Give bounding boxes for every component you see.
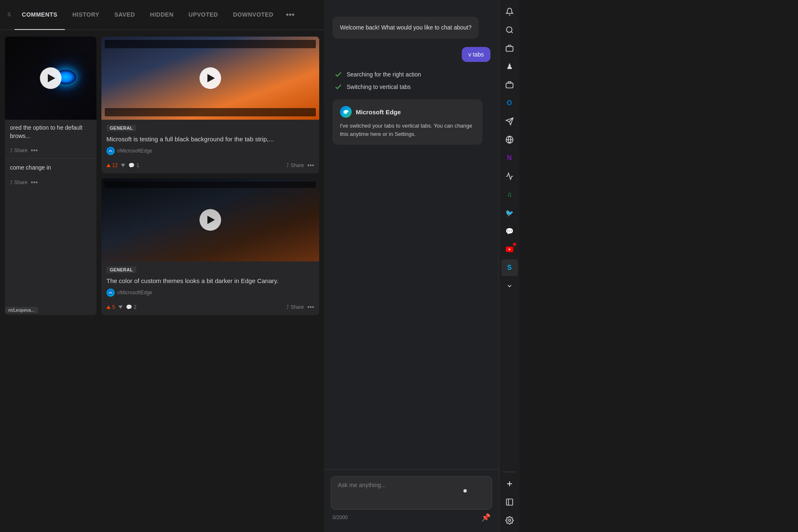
sidebar-twitter-icon[interactable]: 🐦 [501,204,518,221]
share-action[interactable]: ⤴ Share [10,148,27,153]
sidebar-spotify-icon[interactable]: ♫ [501,186,518,203]
tab-saved[interactable]: SAVED [107,0,143,30]
edge-logo-icon [340,106,352,118]
tab-hidden[interactable]: HIDDEN [143,0,181,30]
svg-rect-4 [506,47,513,52]
sidebar-search-icon[interactable] [501,22,518,38]
post-title-lower: come change in [10,164,91,172]
post-title-edge2: The color of custom themes looks a bit d… [106,276,314,285]
sidebar-add-icon[interactable] [501,475,518,492]
sidebar-divider [503,472,516,472]
more-action-lower[interactable]: ••• [31,179,38,186]
post-flair-edge1: GENERAL [106,125,136,131]
ai-welcome-bubble: Welcome back! What would you like to cha… [332,17,479,39]
more-action[interactable]: ••• [31,147,38,154]
posts-grid: ored the option to he default brows... ⤴… [0,30,324,322]
comment-count-edge1: 1 [136,163,139,168]
tab-s[interactable]: S [4,0,15,30]
chat-input-area: Ask me anything... 0/2000 📌 [324,469,499,532]
post-title-cat: ored the option to he default brows... [10,124,91,140]
tab-comments[interactable]: COMMENTS [15,0,65,30]
post-content-edge2: GENERAL The color of custom themes looks… [101,261,319,303]
sidebar-earth-icon[interactable] [501,131,518,148]
post-actions-edge1: 12 💬 1 ⤴ Share ••• [101,162,319,173]
user-message-text: v tabs [468,51,484,58]
post-flair-edge2: GENERAL [106,266,136,273]
chat-actions-list: Searching for the right action Switching… [332,70,490,91]
sidebar-onenote-icon[interactable]: N [501,150,518,166]
sidebar-briefcase-icon[interactable] [501,40,518,57]
sidebar-chevron-down-icon[interactable] [501,278,518,294]
check-icon-tabs [334,83,342,91]
sidebar-whatsapp-icon[interactable]: 💬 [501,223,518,239]
downvote-arrow-edge2 [118,305,123,309]
svg-point-3 [506,27,512,32]
upvote-count-edge2: 5 [112,304,115,310]
post-actions-cat: ⤴ Share ••• [5,147,96,158]
downvote-btn-edge2[interactable] [118,305,123,309]
tab-history[interactable]: HISTORY [65,0,107,30]
action-search-text: Searching for the right action [347,71,421,78]
sidebar-chess-icon[interactable]: ♟ [501,58,518,75]
upvote-arrow-edge2 [106,305,111,309]
more-btn-edge2[interactable]: ••• [307,303,314,311]
post-content-lower: come change in [5,158,96,179]
action-tabs-text: Switching to vertical tabs [347,84,411,90]
action-item-tabs: Switching to vertical tabs [334,83,489,91]
sidebar-skype-icon[interactable]: S [501,259,518,276]
check-icon-search [334,70,342,79]
edge-sidebar: ♟ O N ♫ 🐦 💬 [499,0,520,532]
sidebar-plane-icon[interactable] [501,113,518,130]
post-thumbnail-cat [5,37,96,120]
share-label-edge1: Share [291,163,304,168]
tab-more[interactable]: ••• [281,0,300,30]
svg-point-2 [340,106,352,118]
share-btn-edge2[interactable]: ⤴ Share [286,304,304,310]
post-actions-lower: ⤴ Share ••• [5,179,96,190]
play-button[interactable] [40,67,62,89]
post-actions-edge2: 5 💬 2 ⤴ Share ••• [101,303,319,315]
subreddit-name-edge2[interactable]: r/MicrosoftEdge [117,290,152,296]
pin-icon[interactable]: 📌 [481,513,490,522]
upvote-count-edge1: 12 [112,163,118,168]
sidebar-chart-icon[interactable] [501,168,518,185]
subreddit-name-edge1[interactable]: r/MicrosoftEdge [117,148,152,154]
post-thumbnail-edge1 [101,37,319,120]
sidebar-bell-icon[interactable] [501,3,518,20]
chat-input-box[interactable]: Ask me anything... [331,476,492,510]
post-card-edge1[interactable]: GENERAL Microsoft is testing a full blac… [101,37,319,173]
sidebar-youtube-icon[interactable] [501,241,518,258]
action-item-search: Searching for the right action [334,70,489,79]
edge-card-body-text: I've switched your tabs to vertical tabs… [340,122,475,138]
play-button-edge1[interactable] [200,67,221,89]
comment-btn-edge2[interactable]: 💬 2 [126,304,137,310]
edge-card-header: Microsoft Edge [340,106,475,118]
sidebar-settings-icon[interactable] [501,512,518,529]
tab-navigation: S COMMENTS HISTORY SAVED HIDDEN UPVOTED … [0,0,324,30]
sidebar-outlook-icon[interactable]: O [501,95,518,111]
share-icon: ⤴ [10,148,12,153]
cursor-indicator [463,489,467,493]
more-btn-edge1[interactable]: ••• [307,162,314,169]
post-content-cat: ored the option to he default brows... [5,120,96,147]
share-label-lower: Share [14,180,27,185]
sidebar-puzzle-icon[interactable] [501,76,518,93]
tab-downvoted[interactable]: DOWNVOTED [226,0,281,30]
url-tooltip: m/Leopeva... [5,307,38,313]
post-card-edge2[interactable]: GENERAL The color of custom themes looks… [101,178,319,315]
post-card-cat[interactable]: ored the option to he default brows... ⤴… [5,37,96,315]
comment-icon-edge2: 💬 [126,304,132,310]
post-title-edge1: Microsoft is testing a full black backgr… [106,135,314,143]
share-action-lower[interactable]: ⤴ Share [10,180,27,185]
upvote-btn-edge1[interactable]: 12 [106,163,118,168]
sidebar-toggle-icon[interactable] [501,494,518,510]
upvote-btn-edge2[interactable]: 5 [106,304,115,310]
comment-count-edge2: 2 [134,304,137,310]
share-icon-edge2: ⤴ [286,304,289,310]
tab-upvoted[interactable]: UPVOTED [181,0,226,30]
downvote-btn-edge1[interactable] [121,164,125,167]
welcome-message: Welcome back! What would you like to cha… [340,23,471,32]
comment-btn-edge1[interactable]: 💬 1 [128,163,139,168]
share-icon-edge1: ⤴ [286,163,289,168]
share-btn-edge1[interactable]: ⤴ Share [286,163,304,168]
